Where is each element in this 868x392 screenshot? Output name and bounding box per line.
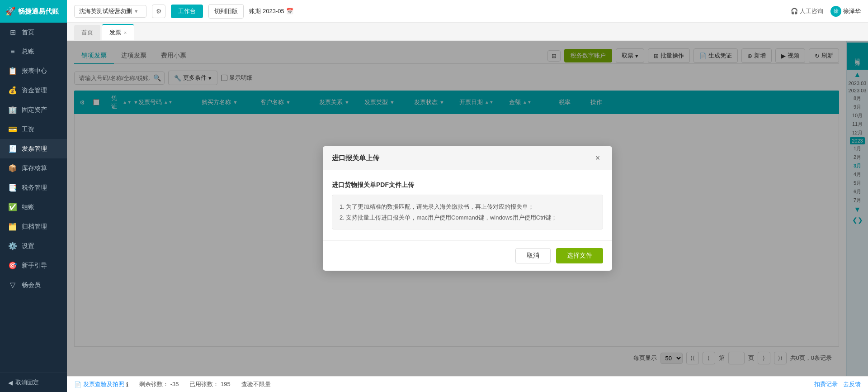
funds-icon: 💰 (8, 86, 17, 95)
top-header: 沈海英测试经营勿删 ▾ ⚙ 工作台 切到旧版 账期 2023-05 📅 🎧 人工… (67, 0, 868, 23)
assets-icon: 🏢 (8, 105, 17, 114)
dialog-header: 进口报关单上传 × (323, 146, 612, 170)
headset-icon: 🎧 (791, 8, 798, 14)
sidebar-item-inventory[interactable]: 📦 库存核算 (0, 158, 67, 178)
sidebar-item-home[interactable]: ⊞ 首页 (0, 23, 67, 42)
sidebar-item-invoices[interactable]: 🧾 发票管理 (0, 139, 67, 158)
sidebar-footer-unpin[interactable]: ◀ 取消固定 (0, 373, 67, 392)
check-label[interactable]: 发票查验及拍照 (83, 380, 124, 388)
workspace-button[interactable]: 工作台 (171, 5, 203, 18)
dialog-title: 进口报关单上传 (332, 154, 379, 163)
dialog-info-item-2: 2. 支持批量上传进口报关单，mac用户使用Command键，windows用户… (340, 212, 595, 223)
sidebar-item-label: 畅会员 (22, 281, 41, 289)
sidebar-item-archive[interactable]: 🗂️ 归档管理 (0, 217, 67, 236)
help-button[interactable]: 🎧 人工咨询 (791, 7, 823, 15)
avatar: 徐 (830, 6, 841, 17)
sidebar-item-label: 工资 (22, 125, 34, 134)
chevron-down-icon: ▾ (135, 8, 138, 14)
app-name: 畅捷通易代账 (18, 7, 59, 16)
company-name: 沈海英测试经营勿删 (79, 7, 132, 15)
sidebar-item-label: 资金管理 (22, 86, 47, 95)
info-icon: ℹ (126, 381, 128, 388)
tax-icon: 📑 (8, 183, 17, 192)
sidebar-item-reports[interactable]: 📋 报表中心 (0, 61, 67, 81)
sidebar-item-label: 发票管理 (22, 145, 47, 153)
dialog-overlay: 进口报关单上传 × 进口货物报关单PDF文件上传 1. 为了更加精准的数据匹配，… (67, 41, 868, 376)
footer-invoice-check: 📄 发票查验及拍照 ℹ (74, 380, 128, 388)
sidebar-item-settings[interactable]: ⚙️ 设置 (0, 236, 67, 256)
vip-icon: ▽ (8, 281, 17, 289)
tab-invoices-label: 发票 (109, 29, 121, 37)
user-info[interactable]: 徐 徐泽华 (830, 6, 861, 17)
query-label: 查验不限量 (241, 380, 271, 388)
sidebar-item-label: 归档管理 (22, 223, 47, 231)
user-name: 徐泽华 (843, 7, 861, 15)
tab-close-icon[interactable]: × (124, 30, 127, 35)
sidebar-item-label: 总账 (22, 48, 34, 56)
guide-icon: 🎯 (8, 261, 17, 270)
sidebar-item-label: 结账 (22, 203, 34, 211)
main-content: 沈海英测试经营勿删 ▾ ⚙ 工作台 切到旧版 账期 2023-05 📅 🎧 人工… (67, 0, 868, 392)
period-value: 2023-05 (263, 8, 284, 14)
sidebar-item-tax[interactable]: 📑 税务管理 (0, 178, 67, 197)
sidebar: 🚀 畅捷通易代账 ⊞ 首页 ≡ 总账 📋 报表中心 💰 资金管理 🏢 固定资产 … (0, 0, 67, 392)
logo-icon: 🚀 (5, 6, 15, 16)
recharge-link[interactable]: 扣费记录 (814, 380, 838, 388)
remaining-label: 剩余张数： -35 (139, 380, 179, 388)
dialog-info-box: 1. 为了更加精准的数据匹配，请先录入海关缴款书，再上传对应的报关单； 2. 支… (332, 195, 603, 229)
sidebar-nav: ⊞ 首页 ≡ 总账 📋 报表中心 💰 资金管理 🏢 固定资产 💳 工资 🧾 发票… (0, 23, 67, 373)
invoices-icon: 🧾 (8, 144, 17, 153)
period-display: 账期 2023-05 📅 (249, 7, 293, 15)
feedback-link[interactable]: 去反馈 (843, 380, 861, 388)
help-label: 人工咨询 (800, 7, 823, 15)
calendar-icon[interactable]: 📅 (286, 8, 293, 14)
home-icon: ⊞ (8, 28, 17, 37)
sidebar-footer-label: 取消固定 (15, 378, 39, 387)
dialog-body: 进口货物报关单PDF文件上传 1. 为了更加精准的数据匹配，请先录入海关缴款书，… (323, 170, 612, 240)
sidebar-item-label: 固定资产 (22, 106, 47, 114)
tab-home[interactable]: 首页 (74, 25, 100, 40)
dialog-info-item-1: 1. 为了更加精准的数据匹配，请先录入海关缴款书，再上传对应的报关单； (340, 201, 595, 212)
sidebar-item-ledger[interactable]: ≡ 总账 (0, 42, 67, 61)
settings-icon: ⚙️ (8, 242, 17, 250)
sidebar-item-label: 库存核算 (22, 164, 47, 172)
pin-icon: ◀ (8, 379, 13, 386)
tab-bar: 首页 发票 × (67, 23, 868, 41)
sidebar-item-label: 报表中心 (22, 67, 47, 75)
sidebar-item-label: 首页 (22, 29, 34, 37)
sidebar-item-guide[interactable]: 🎯 新手引导 (0, 256, 67, 275)
sidebar-item-salary[interactable]: 💳 工资 (0, 120, 67, 139)
archive-icon: 🗂️ (8, 222, 17, 231)
sidebar-item-label: 新手引导 (22, 262, 47, 270)
footer-bar: 📄 发票查验及拍照 ℹ 剩余张数： -35 已用张数： 195 查验不限量 扣费… (67, 376, 868, 392)
tab-invoices[interactable]: 发票 × (102, 24, 134, 40)
settlement-icon: ✅ (8, 203, 17, 211)
tab-home-label: 首页 (81, 29, 93, 37)
footer-right: 扣费记录 去反馈 (814, 380, 861, 388)
import-customs-dialog: 进口报关单上传 × 进口货物报关单PDF文件上传 1. 为了更加精准的数据匹配，… (323, 146, 612, 271)
dialog-close-button[interactable]: × (592, 153, 603, 163)
sidebar-item-assets[interactable]: 🏢 固定资产 (0, 100, 67, 120)
dialog-footer: 取消 选择文件 (323, 240, 612, 271)
dialog-upload-title: 进口货物报关单PDF文件上传 (332, 181, 603, 189)
page-content: 销项发票 进项发票 费用小票 ⊞ 税务数字账户 取票 ▾ ⊞ (67, 41, 868, 376)
check-icon: 📄 (74, 381, 81, 388)
company-settings-icon[interactable]: ⚙ (152, 5, 165, 18)
company-select[interactable]: 沈海英测试经营勿删 ▾ (74, 5, 146, 18)
sidebar-item-vip[interactable]: ▽ 畅会员 (0, 275, 67, 295)
sidebar-item-label: 设置 (22, 242, 34, 250)
app-logo: 🚀 畅捷通易代账 (0, 0, 67, 23)
sidebar-item-label: 税务管理 (22, 184, 47, 192)
sidebar-item-funds[interactable]: 💰 资金管理 (0, 81, 67, 100)
sidebar-item-settlement[interactable]: ✅ 结账 (0, 197, 67, 217)
inventory-icon: 📦 (8, 164, 17, 172)
select-file-button[interactable]: 选择文件 (556, 248, 603, 263)
header-right: 🎧 人工咨询 徐 徐泽华 (791, 6, 861, 17)
period-label: 账期 (249, 7, 261, 15)
cancel-button[interactable]: 取消 (515, 248, 551, 263)
switch-old-version-button[interactable]: 切到旧版 (208, 4, 244, 19)
ledger-icon: ≡ (8, 48, 17, 56)
reports-icon: 📋 (8, 67, 17, 75)
salary-icon: 💳 (8, 125, 17, 134)
used-label: 已用张数： 195 (189, 380, 230, 388)
